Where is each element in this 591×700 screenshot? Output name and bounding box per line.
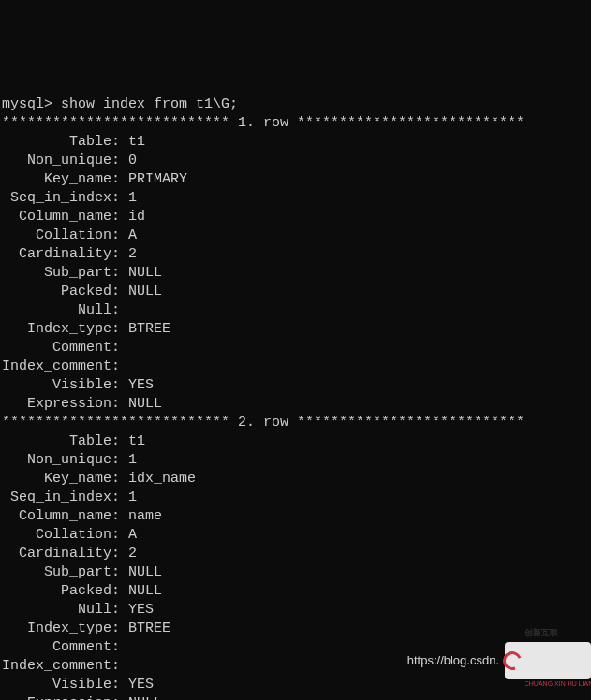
watermark-logo: 创新互联 CHUANG XIN HU LIAN [505, 642, 591, 679]
row-2-header: *************************** 2. row *****… [2, 415, 525, 430]
field-line: Collation: A [2, 527, 137, 543]
field-line: Visible: YES [2, 677, 154, 693]
c-logo-icon [499, 649, 525, 674]
watermark-url: https://blog.csdn. [407, 651, 499, 670]
field-line: Sub_part: NULL [2, 265, 162, 281]
field-line: Null: [2, 302, 128, 318]
field-line: Table: t1 [2, 134, 145, 150]
field-line: Index_type: BTREE [2, 620, 170, 636]
field-line: Cardinality: 2 [2, 246, 137, 262]
field-line: Expression: NULL [2, 396, 162, 412]
field-line: Seq_in_index: 1 [2, 190, 137, 206]
field-line: Packed: NULL [2, 583, 162, 599]
field-line: Null: YES [2, 602, 154, 618]
field-line: Comment: [2, 639, 128, 655]
field-line: Column_name: id [2, 209, 145, 225]
field-line: Seq_in_index: 1 [2, 489, 137, 505]
field-line: Index_comment: [2, 358, 128, 374]
field-line: Key_name: idx_name [2, 471, 196, 487]
field-line: Comment: [2, 340, 128, 356]
field-line: Table: t1 [2, 433, 145, 449]
watermark: https://blog.csdn. 创新互联 CHUANG XIN HU LI… [407, 642, 591, 679]
field-line: Expression: NULL [2, 695, 162, 700]
field-line: Index_type: BTREE [2, 321, 170, 337]
mysql-prompt: mysql> [2, 96, 61, 112]
watermark-brand: 创新互联 [525, 628, 591, 637]
field-line: Non_unique: 0 [2, 153, 137, 168]
watermark-sub: CHUANG XIN HU LIAN [525, 675, 591, 693]
field-line: Packed: NULL [2, 284, 162, 299]
sql-command: show index from t1\G; [61, 96, 238, 112]
field-line: Index_comment: [2, 658, 128, 674]
field-line: Column_name: name [2, 508, 162, 524]
field-line: Visible: YES [2, 377, 154, 393]
row-1-header: *************************** 1. row *****… [2, 115, 525, 131]
field-line: Key_name: PRIMARY [2, 171, 187, 187]
field-line: Collation: A [2, 227, 137, 243]
field-line: Sub_part: NULL [2, 564, 162, 580]
field-line: Cardinality: 2 [2, 546, 137, 561]
field-line: Non_unique: 1 [2, 452, 137, 468]
